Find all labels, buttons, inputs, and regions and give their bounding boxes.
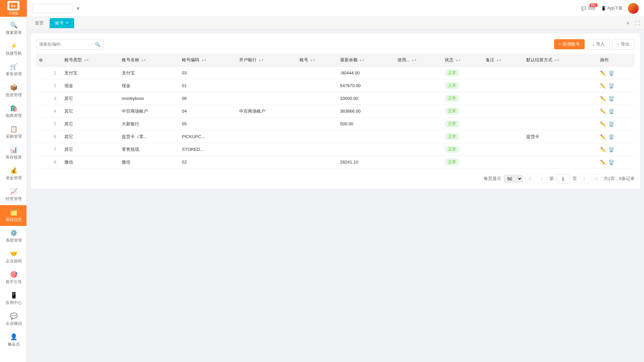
row-bank xyxy=(236,92,297,105)
sidebar-item-search-menu[interactable]: 🔍搜索菜单 xyxy=(0,18,26,39)
row-actions: ✏️ 🗑️ xyxy=(597,79,635,92)
row-account xyxy=(297,105,337,118)
table-row: 7 其它 零售抵现 STORED... 正常 ✏️ 🗑️ xyxy=(36,143,635,156)
row-account xyxy=(297,130,337,143)
edit-button[interactable]: ✏️ xyxy=(600,70,606,76)
sidebar-label-enterprise-wechat: 企业微信 xyxy=(6,321,22,326)
sidebar-item-purchase-mgmt[interactable]: 📋采购管理 xyxy=(0,122,26,143)
tab-accounts-label: 账号 xyxy=(55,20,64,26)
row-usage xyxy=(395,105,442,118)
user-avatar[interactable] xyxy=(628,3,639,14)
edit-button[interactable]: ✏️ xyxy=(600,147,606,152)
sidebar-label-new-guide: 新手引导 xyxy=(6,279,22,285)
row-bank xyxy=(236,118,297,130)
tab-window-controls: ✕ ⛶ xyxy=(624,19,641,27)
table-row: 1 支付宝 支付宝 03 -90444.00 正常 ✏️ 🗑️ xyxy=(36,67,635,79)
top-search-input[interactable] xyxy=(32,4,72,13)
sidebar-item-basic-info[interactable]: 🗂️基础信息 xyxy=(0,205,26,226)
page-size-dropdown[interactable]: 50 10 20 100 xyxy=(504,175,523,183)
row-balance: 10000.00 xyxy=(337,92,395,105)
row-num: 6 xyxy=(48,130,62,143)
logo-icon: Ea xyxy=(7,1,19,10)
sidebar-item-app-center[interactable]: 📱应用中心 xyxy=(0,288,26,309)
accounts-table: ⚙ 账号类型 ▲▼ 账号名称 ▲▼ 账号编码 ▲▼ 开户银行 ▲▼ 账号 ▲▼ … xyxy=(36,54,635,169)
edit-button[interactable]: ✏️ xyxy=(600,134,606,139)
edit-button[interactable]: ✏️ xyxy=(600,121,606,127)
sidebar-item-finance-mgmt[interactable]: 💰资金管理 xyxy=(0,164,26,184)
row-default-settlement xyxy=(524,143,597,156)
tab-accounts-close[interactable]: ✕ xyxy=(66,21,69,25)
tab-home[interactable]: 首页 xyxy=(30,18,49,28)
sidebar-item-enterprise-agreement[interactable]: 🤝企业协同 xyxy=(0,247,26,267)
col-bank: 开户银行 ▲▼ xyxy=(236,54,297,67)
dropdown-icon[interactable]: ▾ xyxy=(76,5,79,12)
sidebar-label-inventory: 库存核算 xyxy=(6,155,22,160)
row-account xyxy=(297,67,337,79)
row-bank xyxy=(236,130,297,143)
col-settings: ⚙ xyxy=(36,54,48,67)
edit-button[interactable]: ✏️ xyxy=(600,109,606,114)
sidebar-label-quick-nav: 快捷导航 xyxy=(6,51,22,56)
delete-button[interactable]: 🗑️ xyxy=(608,96,614,101)
page-prev-button[interactable]: ⟨ xyxy=(537,174,547,183)
sidebar-item-enterprise-wechat[interactable]: 💬企业微信 xyxy=(0,309,26,330)
table-row: 5 其它 大新银行 05 500.00 正常 ✏️ 🗑️ xyxy=(36,118,635,130)
tab-accounts[interactable]: 账号 ✕ xyxy=(50,18,74,28)
delete-button[interactable]: 🗑️ xyxy=(608,147,614,152)
edit-button[interactable]: ✏️ xyxy=(600,96,606,101)
sidebar-label-system-mgmt: 系统管理 xyxy=(6,238,22,243)
add-account-button[interactable]: + 新增账号 xyxy=(554,39,585,49)
row-num: 2 xyxy=(48,79,62,92)
sidebar-item-member[interactable]: 👤畅会员 xyxy=(0,330,26,351)
row-checkbox-cell xyxy=(36,67,48,79)
sidebar-item-operation-mgmt[interactable]: 📈经营管理 xyxy=(0,184,26,205)
table-row: 3 其它 moneybosx 06 10000.00 正常 ✏️ 🗑️ xyxy=(36,92,635,105)
status-badge: 正常 xyxy=(445,95,460,102)
row-actions: ✏️ 🗑️ xyxy=(597,118,635,130)
search-icon[interactable]: 🔍 xyxy=(95,42,100,47)
status-badge: 正常 xyxy=(445,69,460,76)
delete-button[interactable]: 🗑️ xyxy=(608,83,614,88)
delete-button[interactable]: 🗑️ xyxy=(608,109,614,114)
row-remark xyxy=(483,105,524,118)
edit-button[interactable]: ✏️ xyxy=(600,160,606,165)
export-button[interactable]: ↑ 导出 xyxy=(612,39,635,50)
col-balance: 最新余额 ▲▼ xyxy=(337,54,395,67)
col-num xyxy=(48,54,62,67)
row-num: 5 xyxy=(48,118,62,130)
app-download-button[interactable]: 📱 App下载 xyxy=(601,5,623,11)
delete-button[interactable]: 🗑️ xyxy=(608,160,614,165)
sidebar-item-system-mgmt[interactable]: ⚙️系统管理 xyxy=(0,226,26,247)
import-button[interactable]: ↓ 导入 xyxy=(587,39,610,50)
status-badge: 正常 xyxy=(445,159,460,166)
page-last-button[interactable]: ⟩⟩ xyxy=(592,174,601,183)
sidebar-nav: 🔍搜索菜单⚡快捷导航🛒零售管理📦批发管理🛍️电商管理📋采购管理📊库存核算💰资金管… xyxy=(0,17,26,362)
sidebar-item-inventory[interactable]: 📊库存核算 xyxy=(0,143,26,164)
search-input[interactable] xyxy=(39,42,93,47)
app-logo: Ea 乐惠版 xyxy=(0,0,27,17)
window-minimize-button[interactable]: ✕ xyxy=(624,19,632,27)
sidebar-label-wholesale-mgmt: 批发管理 xyxy=(6,92,22,98)
page-next-button[interactable]: ⟩ xyxy=(580,174,589,183)
sidebar-item-ecommerce-mgmt[interactable]: 🛍️电商管理 xyxy=(0,101,26,122)
sidebar-item-retail-mgmt[interactable]: 🛒零售管理 xyxy=(0,60,26,80)
edit-button[interactable]: ✏️ xyxy=(600,83,606,88)
page-number-input[interactable] xyxy=(556,174,570,183)
delete-button[interactable]: 🗑️ xyxy=(608,121,614,127)
row-code: 01 xyxy=(179,79,236,92)
window-maximize-button[interactable]: ⛶ xyxy=(633,19,641,27)
sidebar-item-quick-nav[interactable]: ⚡快捷导航 xyxy=(0,39,26,60)
col-status: 状态 ▲▼ xyxy=(442,54,483,67)
messages-button[interactable]: 💬 消息 99+ xyxy=(581,5,596,11)
gear-icon[interactable]: ⚙ xyxy=(39,58,43,63)
page-first-button[interactable]: ⟨⟨ xyxy=(525,174,535,183)
sidebar-icon-operation-mgmt: 📈 xyxy=(10,188,17,195)
delete-button[interactable]: 🗑️ xyxy=(608,134,614,139)
main-area: ▾ 💬 消息 99+ 📱 App下载 首页 账号 ✕ ✕ xyxy=(27,0,644,362)
row-status: 正常 xyxy=(442,92,483,105)
status-badge: 正常 xyxy=(445,108,460,115)
sidebar-item-wholesale-mgmt[interactable]: 📦批发管理 xyxy=(0,80,26,101)
sidebar-item-new-guide[interactable]: 🎯新手引导 xyxy=(0,267,26,288)
delete-button[interactable]: 🗑️ xyxy=(608,70,614,76)
table-row: 2 现金 现金 01 547670.00 正常 ✏️ 🗑️ xyxy=(36,79,635,92)
